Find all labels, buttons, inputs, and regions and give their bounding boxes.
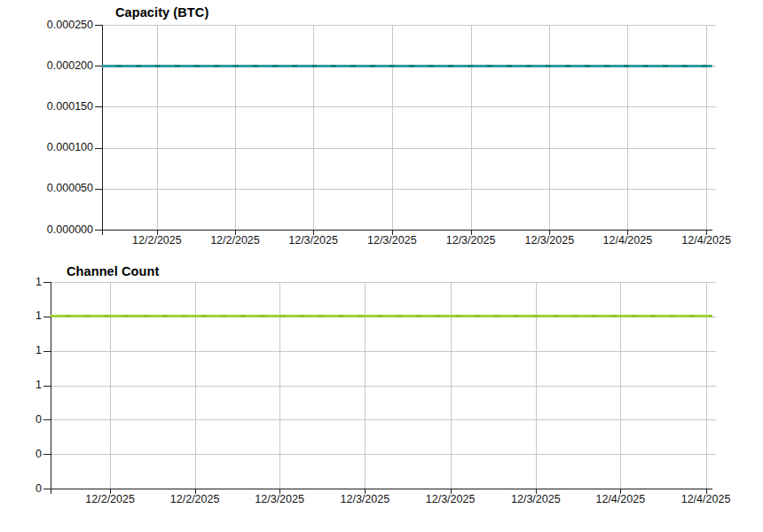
y-axis-line: [51, 282, 51, 489]
y-axis-label: 0.000100: [4, 141, 93, 154]
y-axis-label: 0.000000: [4, 223, 93, 237]
x-axis-label: 12/3/2025: [495, 493, 577, 506]
y-tick: [43, 317, 51, 317]
y-axis-label: 0.000150: [4, 100, 93, 113]
y-tick: [95, 106, 102, 107]
x-axis-label: 12/3/2025: [430, 234, 512, 247]
y-axis-label: 1: [0, 344, 42, 357]
x-axis-label: 12/2/2025: [194, 234, 276, 247]
y-tick: [43, 419, 51, 420]
y-axis-label: 1: [0, 379, 42, 392]
y-axis-label: 1: [0, 309, 42, 323]
x-axis-label: 12/3/2025: [239, 493, 320, 506]
chart-canvas: Capacity (BTC) Channel Count 0.0002500.0…: [0, 0, 763, 532]
y-axis-label: 0: [0, 413, 42, 426]
series-line-channel-count: [51, 315, 712, 317]
h-gridline: [102, 25, 716, 26]
h-gridline: [102, 189, 716, 190]
y-tick: [43, 351, 51, 352]
h-gridline: [102, 148, 716, 149]
v-gridline: [110, 282, 111, 489]
y-tick: [95, 66, 102, 66]
h-gridline: [51, 386, 716, 387]
h-gridline: [51, 282, 716, 283]
y-tick: [43, 282, 51, 283]
y-axis-line: [102, 25, 103, 230]
y-tick: [95, 189, 102, 190]
x-axis-label: 12/3/2025: [324, 493, 405, 506]
v-gridline: [279, 282, 280, 489]
v-gridline: [195, 282, 196, 489]
x-axis-line: [102, 230, 712, 231]
x-axis-label: 12/3/2025: [272, 234, 354, 247]
y-tick: [95, 230, 102, 231]
h-gridline: [51, 419, 716, 420]
h-gridline: [51, 454, 716, 455]
v-gridline: [392, 25, 393, 230]
y-axis-label: 1: [0, 276, 42, 289]
x-axis-label: 12/2/2025: [154, 493, 236, 506]
y-tick: [95, 25, 102, 26]
x-axis-label: 12/4/2025: [579, 493, 661, 506]
v-gridline: [157, 25, 158, 230]
x-axis-label: 12/3/2025: [410, 493, 492, 506]
v-gridline: [549, 25, 550, 230]
v-gridline: [706, 282, 707, 489]
v-gridline: [451, 282, 452, 489]
v-gridline: [471, 25, 472, 230]
v-gridline: [313, 25, 314, 230]
y-axis-label: 0.000250: [4, 19, 93, 32]
y-tick: [95, 148, 102, 149]
x-axis-label: 12/4/2025: [586, 234, 668, 247]
y-axis-label: 0.000200: [4, 59, 93, 73]
y-axis-label: 0: [0, 482, 42, 496]
h-gridline: [51, 351, 716, 352]
x-axis-label: 12/4/2025: [665, 234, 747, 247]
series-line-capacity: [102, 65, 712, 67]
plots-layer: 0.0002500.0002000.0001500.0001000.000050…: [0, 0, 763, 532]
v-gridline: [235, 25, 236, 230]
y-tick: [43, 454, 51, 455]
x-axis-label: 12/4/2025: [665, 493, 747, 506]
v-gridline: [620, 282, 621, 489]
y-axis-label: 0.000050: [4, 182, 93, 195]
y-tick: [43, 489, 51, 489]
v-gridline: [536, 282, 537, 489]
v-gridline: [706, 25, 707, 230]
v-gridline: [365, 282, 366, 489]
x-axis-label: 12/3/2025: [508, 234, 590, 247]
v-gridline: [627, 25, 628, 230]
x-axis-label: 12/3/2025: [351, 234, 433, 247]
x-axis-label: 12/2/2025: [69, 493, 151, 506]
x-axis-line: [51, 489, 712, 489]
y-axis-label: 0: [0, 448, 42, 461]
h-gridline: [102, 106, 716, 107]
x-axis-label: 12/2/2025: [116, 234, 198, 247]
y-tick: [43, 386, 51, 387]
